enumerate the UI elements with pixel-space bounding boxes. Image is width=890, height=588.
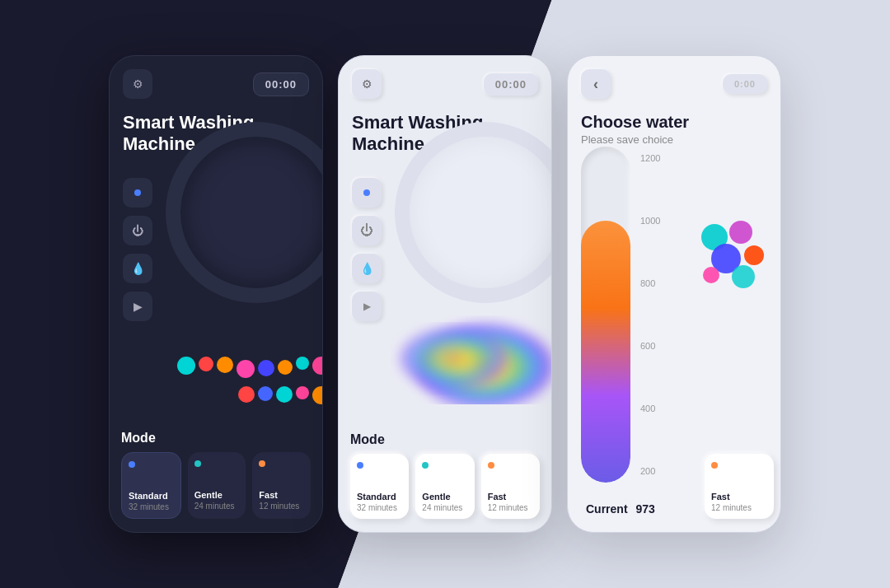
thermometer[interactable]: [581, 147, 630, 483]
mode-time-gentle-light: 24 minutes: [422, 503, 467, 512]
wifi-icon[interactable]: [123, 178, 152, 208]
mode-cards-light: Standard 32 minutes Gentle 24 minutes Fa…: [350, 454, 540, 519]
mode-title-light: Mode: [350, 432, 540, 447]
topbar-water: ‹ 0:00: [568, 56, 780, 105]
scale-600: 600: [640, 341, 660, 351]
side-icons-light: ⏻ 💧 ▶: [352, 178, 382, 321]
mode-dot-gentle-light: [422, 462, 429, 469]
side-icons-dark: ⏻ 💧 ▶: [123, 178, 152, 321]
phone-light: ⚙ 00:00 Smart Washing Machine ⏻ 💧 ▶: [338, 55, 552, 533]
mode-dot-fast-water: [711, 462, 718, 469]
mode-section-dark: Mode Standard 32 minutes Gentle 24 minut…: [110, 422, 322, 532]
mode-card-gentle-light[interactable]: Gentle 24 minutes: [415, 454, 474, 519]
mode-name-fast: Fast: [259, 490, 304, 500]
mode-section-light: Mode Standard 32 minutes Gentle 24 minut…: [339, 424, 551, 532]
svg-point-5: [744, 245, 764, 265]
mode-dot-fast-light: [488, 462, 494, 469]
mode-name-standard-light: Standard: [357, 492, 402, 502]
mode-dot-fast: [259, 460, 265, 467]
svg-point-7: [732, 265, 755, 288]
mode-title-dark: Mode: [121, 431, 311, 446]
app-subtitle-water: Please save choice: [581, 133, 767, 146]
play-icon-light[interactable]: ▶: [352, 292, 382, 321]
back-icon[interactable]: ‹: [581, 69, 611, 99]
timer-water: 0:00: [723, 74, 767, 94]
mode-cards-dark: Standard 32 minutes Gentle 24 minutes Fa…: [121, 452, 311, 519]
water-icon[interactable]: 💧: [123, 254, 152, 283]
mode-card-fast-water[interactable]: Fast 12 minutes: [705, 454, 774, 519]
mode-name-fast-water: Fast: [711, 492, 767, 502]
scale-400: 400: [640, 404, 660, 413]
mode-time-fast: 12 minutes: [259, 502, 304, 511]
water-blob: [386, 306, 552, 404]
current-label: Current 973: [581, 502, 655, 516]
settings-icon[interactable]: ⚙: [123, 69, 152, 99]
mode-dot-gentle: [194, 460, 201, 467]
app-title-water: Choose water: [581, 112, 767, 132]
settings-icon-light[interactable]: ⚙: [352, 69, 382, 99]
mode-card-standard[interactable]: Standard 32 minutes: [121, 452, 181, 519]
mode-card-fast-light[interactable]: Fast 12 minutes: [481, 454, 540, 519]
scale-labels: 1200 1000 800 600 400 200: [640, 147, 660, 483]
play-icon[interactable]: ▶: [123, 292, 152, 321]
wifi-icon-light[interactable]: [352, 178, 382, 208]
mode-time-standard: 32 minutes: [129, 502, 174, 511]
timer-display-light: 00:00: [484, 73, 538, 96]
svg-point-1: [400, 329, 507, 390]
mode-name-gentle: Gentle: [194, 490, 240, 500]
power-icon[interactable]: ⏻: [123, 216, 152, 245]
mode-time-gentle: 24 minutes: [194, 502, 240, 511]
mode-name-gentle-light: Gentle: [422, 492, 467, 502]
mode-name-fast-light: Fast: [488, 492, 533, 502]
svg-point-6: [703, 267, 719, 283]
mode-card-standard-light[interactable]: Standard 32 minutes: [350, 454, 409, 519]
phones-container: ⚙ 00:00 Smart Washing Machine ⏻ 💧 ▶: [0, 0, 890, 588]
mode-name-standard: Standard: [129, 491, 174, 501]
mode-card-gentle[interactable]: Gentle 24 minutes: [188, 452, 246, 519]
mode-dot-standard-light: [357, 462, 363, 469]
water-icon-light[interactable]: 💧: [352, 254, 382, 283]
mode-card-fast[interactable]: Fast 12 minutes: [252, 452, 311, 519]
mode-time-fast-water: 12 minutes: [711, 503, 767, 512]
power-icon-light[interactable]: ⏻: [352, 216, 382, 245]
timer-display: 00:00: [253, 72, 309, 96]
phone-dark: ⚙ 00:00 Smart Washing Machine ⏻ 💧 ▶: [109, 55, 323, 533]
title-section-water: Choose water Please save choice: [568, 105, 780, 149]
bubbles-cluster: [698, 221, 780, 303]
phone-water: ‹ 0:00 Choose water Please save choice 1…: [567, 55, 781, 533]
mode-dot-standard: [129, 461, 135, 468]
bubbles-dark: [166, 322, 323, 404]
mode-section-partial: Fast 12 minutes: [698, 446, 780, 532]
mode-time-standard-light: 32 minutes: [357, 503, 402, 512]
svg-point-3: [729, 221, 752, 244]
mode-time-fast-light: 12 minutes: [488, 503, 533, 512]
water-level-section: 1200 1000 800 600 400 200: [581, 147, 660, 483]
scale-800: 800: [640, 278, 660, 288]
thermo-fill: [581, 221, 630, 483]
topbar-light: ⚙ 00:00: [339, 56, 551, 105]
topbar-dark: ⚙ 00:00: [110, 56, 322, 105]
scale-1000: 1000: [640, 216, 660, 226]
scale-200: 200: [640, 466, 660, 476]
current-value: 973: [635, 502, 654, 516]
scale-1200: 1200: [640, 153, 660, 163]
